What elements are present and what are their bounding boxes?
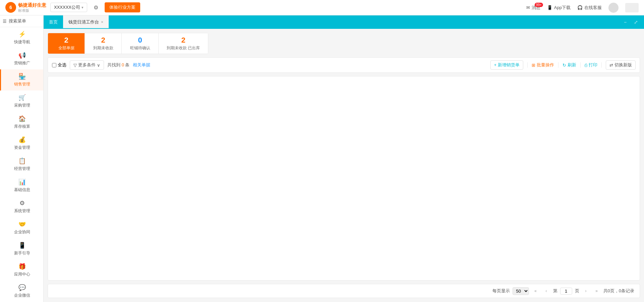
first-page-button[interactable]: « bbox=[532, 287, 540, 295]
last-page-button[interactable]: » bbox=[593, 287, 601, 295]
sidebar-item-cooperation[interactable]: 🤝 企业协同 bbox=[0, 217, 43, 238]
user-name-area[interactable] bbox=[625, 3, 639, 12]
toolbar-left: 全选 ▽ 更多条件 ∨ 共找到 0 条 相关单据 bbox=[52, 60, 486, 70]
switch-version-button[interactable]: ⇄ 切换新版 bbox=[606, 60, 636, 70]
sidebar-item-marketing[interactable]: 📢 营销推广 bbox=[0, 48, 43, 69]
sidebar-label-system: 系统管理 bbox=[14, 208, 30, 214]
sidebar-label-cooperation: 企业协同 bbox=[14, 229, 30, 235]
tab-minimize-button[interactable]: − bbox=[621, 18, 629, 26]
print-icon: ⎙ bbox=[585, 63, 587, 68]
logo-sub-text: 标准版 bbox=[18, 8, 46, 13]
select-all-input[interactable] bbox=[52, 63, 56, 67]
refresh-label: 刷新 bbox=[568, 62, 576, 68]
related-orders-link[interactable]: 相关单据 bbox=[133, 62, 150, 68]
company-chevron-icon: ▾ bbox=[82, 5, 84, 10]
tab-bar: 首页 钱货日清工作台 × − ⤢ bbox=[44, 15, 644, 29]
page-number-input[interactable] bbox=[560, 288, 572, 295]
sales-icon: 🏪 bbox=[18, 73, 26, 80]
tab-close-icon[interactable]: × bbox=[101, 20, 103, 24]
toolbar-divider-3 bbox=[580, 62, 581, 68]
sidebar-item-quick-nav[interactable]: ⚡ 快捷导航 bbox=[0, 27, 43, 48]
shipped-label: 到期未收款 已出库 bbox=[167, 45, 200, 51]
sidebar-label-operations: 经营管理 bbox=[14, 166, 30, 172]
settings-button[interactable]: ⚙ bbox=[91, 3, 101, 12]
toolbar-divider-4 bbox=[601, 62, 602, 68]
sidebar-item-guide[interactable]: 📱 新手引导 bbox=[0, 238, 43, 259]
all-count: 2 bbox=[64, 36, 68, 45]
industry-btn[interactable]: 体验行业方案 bbox=[105, 2, 140, 12]
search-menu-label: 搜索菜单 bbox=[9, 18, 26, 24]
purchase-icon: 🛒 bbox=[18, 94, 26, 101]
sidebar-item-wechat[interactable]: 💬 企业微信 bbox=[0, 281, 43, 302]
next-page-button[interactable]: › bbox=[582, 287, 590, 295]
message-button[interactable]: ✉ 消息 99+ bbox=[526, 5, 540, 11]
sidebar: ☰ 搜索菜单 ⚡ 快捷导航 📢 营销推广 🏪 销售管理 🛒 采购管理 🏠 库存核… bbox=[0, 15, 44, 302]
app-center-icon: 🎁 bbox=[18, 263, 26, 270]
status-tab-all[interactable]: 2 全部单据 bbox=[48, 33, 85, 54]
sidebar-item-purchase[interactable]: 🛒 采购管理 bbox=[0, 90, 43, 112]
batch-ops-button[interactable]: ⊞ 批量操作 bbox=[532, 62, 554, 68]
app-download-button[interactable]: 📱 App下载 bbox=[547, 5, 571, 11]
inner-content: 2 全部单据 2 到期未收款 0 旺铺待确认 2 到期未收款 已出库 bbox=[44, 29, 644, 302]
batch-icon: ⊞ bbox=[532, 63, 535, 68]
tab-home[interactable]: 首页 bbox=[44, 15, 63, 29]
select-all-checkbox[interactable]: 全选 bbox=[52, 62, 66, 68]
toolbar-right: + 新增销货单 ⊞ 批量操作 ↻ 刷新 ⎙ 打印 bbox=[490, 60, 636, 70]
page-size-select[interactable]: 50 bbox=[513, 287, 529, 295]
logo-icon: 6 bbox=[5, 2, 16, 13]
online-service-button[interactable]: 🎧 在线客服 bbox=[577, 5, 602, 11]
guide-icon: 📱 bbox=[18, 242, 26, 249]
sidebar-label-purchase: 采购管理 bbox=[14, 103, 30, 108]
cooperation-icon: 🤝 bbox=[18, 221, 26, 228]
filter-button[interactable]: ▽ 更多条件 ∨ bbox=[70, 60, 104, 70]
pending-count: 0 bbox=[138, 36, 142, 45]
refresh-button[interactable]: ↻ 刷新 bbox=[562, 62, 576, 68]
sidebar-item-finance[interactable]: 💰 资金管理 bbox=[0, 133, 43, 154]
sidebar-item-operations[interactable]: 📋 经营管理 bbox=[0, 154, 43, 175]
sidebar-item-base-info[interactable]: 📊 基础信息 bbox=[0, 175, 43, 196]
status-tab-overdue[interactable]: 2 到期未收款 bbox=[85, 33, 122, 54]
app-download-label: App下载 bbox=[554, 5, 571, 11]
service-icon: 🎧 bbox=[577, 5, 583, 10]
found-prefix: 共找到 bbox=[107, 62, 120, 67]
filter-label: 更多条件 bbox=[78, 62, 96, 68]
sidebar-label-quick-nav: 快捷导航 bbox=[14, 39, 30, 45]
content-area: 首页 钱货日清工作台 × − ⤢ 2 全部单据 2 到期未 bbox=[44, 15, 644, 302]
user-avatar[interactable] bbox=[608, 3, 619, 13]
status-tab-pending[interactable]: 0 旺铺待确认 bbox=[122, 33, 159, 54]
found-text: 共找到 0 条 bbox=[107, 62, 129, 68]
sidebar-item-app-center[interactable]: 🎁 应用中心 bbox=[0, 259, 43, 281]
new-sales-order-button[interactable]: + 新增销货单 bbox=[490, 60, 523, 70]
sidebar-item-sales[interactable]: 🏪 销售管理 bbox=[0, 69, 43, 90]
print-button[interactable]: ⎙ 打印 bbox=[585, 62, 597, 68]
print-label: 打印 bbox=[589, 62, 597, 68]
sidebar-item-inventory[interactable]: 🏠 库存核算 bbox=[0, 112, 43, 133]
online-service-label: 在线客服 bbox=[584, 5, 602, 11]
page-label: 第 bbox=[553, 288, 557, 294]
tab-maximize-button[interactable]: ⤢ bbox=[632, 18, 640, 26]
search-menu-item[interactable]: ☰ 搜索菜单 bbox=[0, 15, 43, 27]
sidebar-label-inventory: 库存核算 bbox=[14, 124, 30, 129]
sidebar-item-system[interactable]: ⚙ 系统管理 bbox=[0, 196, 43, 217]
pagination-bar: 每页显示 50 « ‹ 第 页 › » 共0页，0条记录 bbox=[48, 284, 640, 298]
pending-label: 旺铺待确认 bbox=[130, 45, 150, 51]
prev-page-button[interactable]: ‹ bbox=[542, 287, 550, 295]
company-selector[interactable]: XXXXXX公司 ▾ bbox=[50, 3, 87, 12]
filter-icon: ▽ bbox=[73, 63, 77, 68]
wechat-icon: 💬 bbox=[18, 284, 26, 291]
tab-bar-actions: − ⤢ bbox=[621, 18, 644, 26]
logo-text: 畅捷通好生意 标准版 bbox=[18, 2, 46, 13]
sidebar-label-wechat: 企业微信 bbox=[14, 293, 30, 298]
sidebar-label-app-center: 应用中心 bbox=[14, 271, 30, 277]
status-tab-shipped[interactable]: 2 到期未收款 已出库 bbox=[159, 33, 208, 54]
quick-nav-icon: ⚡ bbox=[18, 31, 26, 38]
base-info-icon: 📊 bbox=[18, 178, 26, 186]
message-icon: ✉ bbox=[526, 5, 530, 10]
page-suffix: 页 bbox=[575, 288, 579, 294]
switch-label: 切换新版 bbox=[614, 62, 632, 68]
logo-area: 6 畅捷通好生意 标准版 bbox=[5, 2, 46, 13]
toolbar-divider-2 bbox=[558, 62, 558, 68]
company-name: XXXXXX公司 bbox=[54, 4, 80, 10]
tab-workspace[interactable]: 钱货日清工作台 × bbox=[63, 15, 109, 29]
overdue-label: 到期未收款 bbox=[93, 45, 113, 51]
